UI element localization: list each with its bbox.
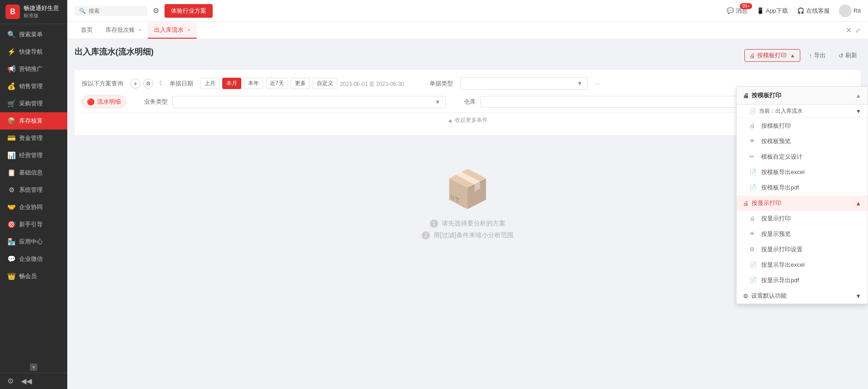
- sidebar-item-collab[interactable]: 🤝 企业协同: [0, 199, 67, 216]
- sidebar-item-system[interactable]: ⚙ 系统管理: [0, 181, 67, 199]
- export-btn[interactable]: ↑ 导出: [806, 50, 830, 61]
- step-num-2: 2: [422, 231, 430, 239]
- guide-icon: 🎯: [7, 220, 15, 229]
- sidebar-label-sales: 销售管理: [19, 82, 43, 90]
- topbar-settings-icon[interactable]: ⚙: [153, 6, 159, 15]
- sidebar-label-marketing: 营销推广: [19, 65, 43, 73]
- page-title: 出入库流水(流水明细): [75, 46, 154, 57]
- online-service-btn[interactable]: 🎧 在线客服: [797, 7, 830, 15]
- dropdown-printer-icon: 🖨: [743, 92, 749, 99]
- topbar-search[interactable]: 🔍: [75, 6, 147, 16]
- doc-type-select[interactable]: ▼: [460, 77, 588, 90]
- settings-icon[interactable]: ⚙: [7, 377, 14, 385]
- tab-home[interactable]: 首页: [75, 22, 99, 39]
- tab-batch-close[interactable]: ×: [139, 27, 141, 33]
- step-num-1: 1: [430, 219, 438, 228]
- business-type-select[interactable]: ▼: [172, 96, 446, 108]
- sidebar-item-weixin[interactable]: 💬 企业微信: [0, 250, 67, 268]
- current-arrow-icon: ▼: [856, 108, 861, 115]
- date-btn-this-month[interactable]: 本月: [222, 78, 241, 89]
- date-btn-more[interactable]: 更多: [291, 78, 310, 89]
- business-type-arrow-icon: ▼: [435, 99, 441, 105]
- dropdown-template-custom[interactable]: ✏ 模板自定义设计: [737, 149, 868, 165]
- tab-close-all-icon[interactable]: ✕: [846, 26, 852, 35]
- finance-icon: 💳: [7, 134, 15, 142]
- tab-flow-close[interactable]: ×: [187, 27, 190, 33]
- sidebar-item-marketing[interactable]: 📢 营销推广: [0, 60, 67, 78]
- doc-type-more-btn[interactable]: ···: [595, 80, 599, 87]
- sidebar-label-shortcut: 快捷导航: [19, 48, 43, 56]
- dropdown-template-pdf[interactable]: 📄 按模板导出pdf: [737, 180, 868, 195]
- sidebar-label-operation: 经营管理: [19, 151, 43, 160]
- shortcut-icon: ⚡: [7, 48, 15, 56]
- page-content: 出入库流水(流水明细) 🖨 按模板打印 ▲ ↑ 导出 ↺ 刷新: [67, 39, 868, 389]
- sidebar-item-guide[interactable]: 🎯 新手引导: [0, 216, 67, 233]
- tab-batch[interactable]: 库存批次账 ×: [99, 22, 148, 39]
- warehouse-label: 仓库: [464, 98, 476, 106]
- inventory-icon: 📦: [7, 117, 15, 125]
- sidebar-label-search: 搜索菜单: [19, 30, 43, 39]
- empty-icon: 📦: [445, 168, 490, 210]
- logo-icon: B: [5, 5, 20, 19]
- dropdown-display-settings[interactable]: ⚙ 按显示打印设置: [737, 242, 868, 257]
- refresh-btn[interactable]: ↺ 刷新: [835, 50, 861, 61]
- sidebar-scroll-down[interactable]: ▼: [0, 362, 67, 373]
- dropdown-display-print[interactable]: 🖨 按显示打印: [737, 211, 868, 226]
- sidebar-nav: 🔍 搜索菜单 ⚡ 快捷导航 📢 营销推广 💰 销售管理 🛒 采购管理 📦 库存核…: [0, 24, 67, 362]
- collab-icon: 🤝: [7, 203, 15, 211]
- template-excel-icon: 📄: [749, 169, 757, 176]
- dropdown-footer[interactable]: ⚙ 设置默认功能 ▼: [737, 288, 868, 304]
- dropdown-arrow-icon[interactable]: ▲: [855, 92, 861, 99]
- filter-settings-btn[interactable]: ⚙: [143, 79, 153, 89]
- sidebar-item-shortcut[interactable]: ⚡ 快捷导航: [0, 43, 67, 60]
- export-icon: ↑: [809, 52, 813, 59]
- filter-collapse-btn[interactable]: 《: [156, 80, 162, 88]
- message-btn[interactable]: 💬 消息 99+: [727, 7, 748, 15]
- sidebar-label-weixin: 企业微信: [19, 255, 43, 263]
- empty-step-2: 2 用[过滤]条件来缩小分析范围: [422, 231, 514, 239]
- collapse-sidebar-icon[interactable]: ◀◀: [21, 377, 32, 385]
- display-section-header[interactable]: 🖨 按显示打印 ▲: [737, 195, 868, 211]
- system-icon: ⚙: [7, 186, 15, 194]
- filter-add-btn[interactable]: +: [130, 79, 140, 89]
- sidebar-label-system: 系统管理: [19, 186, 43, 194]
- sidebar-item-sales[interactable]: 💰 销售管理: [0, 78, 67, 95]
- date-btn-custom[interactable]: 自定义: [313, 78, 337, 89]
- dropdown-template-excel[interactable]: 📄 按模板导出excel: [737, 165, 868, 180]
- sidebar-item-appstore[interactable]: 🏪 应用中心: [0, 233, 67, 250]
- user-area[interactable]: Rit: [839, 5, 861, 17]
- operation-icon: 📊: [7, 151, 15, 160]
- sidebar-item-member[interactable]: 👑 畅会员: [0, 268, 67, 285]
- display-preview-icon: 👁: [749, 230, 757, 238]
- dropdown-display-pdf[interactable]: 📄 按显示导出pdf: [737, 273, 868, 288]
- sidebar-item-purchase[interactable]: 🛒 采购管理: [0, 95, 67, 112]
- dropdown-display-excel[interactable]: 📄 按显示导出excel: [737, 257, 868, 273]
- dropdown-display-preview[interactable]: 👁 按显示预览: [737, 226, 868, 242]
- template-print-btn[interactable]: 🖨 按模板打印 ▲: [744, 49, 800, 62]
- dropdown-template-print[interactable]: 🖨 按模板打印: [737, 118, 868, 134]
- doc-type-label: 单据类型: [429, 80, 453, 88]
- warehouse-item: 仓库 ···: [464, 96, 766, 108]
- sidebar-item-inventory[interactable]: 📦 库存核算: [0, 112, 67, 130]
- sidebar-label-collab: 企业协同: [19, 203, 43, 211]
- sidebar-item-basic[interactable]: 📋 基础信息: [0, 164, 67, 181]
- topbar-search-input[interactable]: [89, 8, 143, 14]
- sidebar-item-search[interactable]: 🔍 搜索菜单: [0, 26, 67, 43]
- tab-expand-icon[interactable]: ⤢: [855, 27, 861, 34]
- dropdown-template-preview[interactable]: 👁 按模板预览: [737, 134, 868, 149]
- tab-flow[interactable]: 出入库流水 ×: [148, 22, 196, 39]
- appstore-icon: 🏪: [7, 238, 15, 246]
- tabs-actions: ✕ ⤢: [846, 26, 861, 35]
- sidebar-item-operation[interactable]: 📊 经营管理: [0, 147, 67, 164]
- filter-actions: + ⚙ 《: [130, 79, 162, 89]
- sidebar-label-purchase: 采购管理: [19, 100, 43, 108]
- date-btn-last-month[interactable]: 上月: [200, 78, 219, 89]
- sidebar-bottom: ⚙ ◀◀: [0, 373, 67, 389]
- dropdown-menu: 🖨 按模板打印 ▲ 📄 当前：出入库流水 ▼ 🖨 按模板打印: [736, 86, 868, 304]
- date-btn-7days[interactable]: 近7天: [266, 78, 288, 89]
- sidebar-item-finance[interactable]: 💳 资金管理: [0, 130, 67, 147]
- industry-btn[interactable]: 体验行业方案: [165, 4, 213, 18]
- warehouse-select[interactable]: ···: [480, 96, 766, 108]
- app-download-btn[interactable]: 📱 App下载: [757, 7, 788, 15]
- date-btn-this-year[interactable]: 本年: [244, 78, 263, 89]
